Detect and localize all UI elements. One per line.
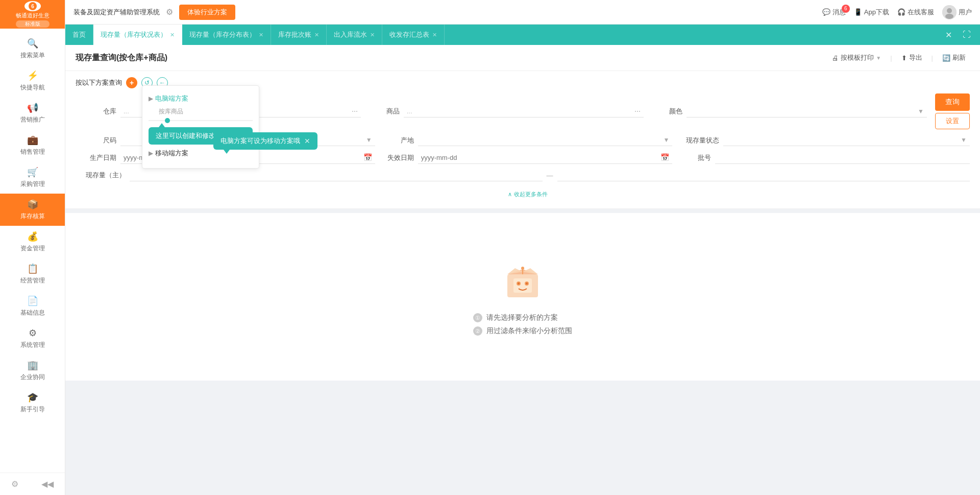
goods-select[interactable]: ... ⋯	[404, 105, 644, 117]
mobile-scheme-arrow: ▶	[149, 150, 153, 157]
color-label: 颜色	[652, 107, 682, 116]
online-support-btn[interactable]: 🎧 在线客服	[897, 8, 934, 17]
page-actions: 🖨 按模板打印 ▼ | ⬆ 导出 | 🔄 刷新	[828, 51, 970, 64]
expire-date-input[interactable]: 📅	[418, 151, 673, 164]
messages-btn[interactable]: 💬 消息 6	[822, 8, 846, 17]
purchase-icon: 🛒	[27, 167, 38, 178]
sidebar-item-inventory[interactable]: 📦 库存核算	[0, 194, 65, 226]
tab-close-stock-status[interactable]: ✕	[170, 32, 175, 38]
tab-batch-ledger[interactable]: 库存批次账 ✕	[271, 25, 327, 45]
stock-main-separator: —	[547, 172, 553, 179]
tooltip1-close-btn[interactable]: ✕	[304, 137, 310, 145]
sidebar-item-quick-nav[interactable]: ⚡ 快捷导航	[0, 65, 65, 97]
query-button[interactable]: 查询	[935, 93, 970, 111]
message-icon: 💬	[822, 8, 830, 16]
sidebar-item-finance[interactable]: 💰 资金管理	[0, 226, 65, 258]
search-menu-icon: 🔍	[27, 38, 38, 49]
color-select[interactable]: ▼	[687, 106, 927, 117]
filter-action-buttons: 查询 设置	[935, 93, 970, 129]
svg-point-10	[526, 282, 528, 285]
warehouse-label: 仓库	[86, 107, 116, 116]
quick-nav-icon: ⚡	[27, 70, 38, 81]
trial-button[interactable]: 体验行业方案	[179, 5, 235, 20]
tab-close-stock-dist[interactable]: ✕	[259, 32, 263, 38]
origin-select[interactable]: ▼	[418, 134, 673, 146]
settings-footer-btn[interactable]: ⚙	[11, 479, 18, 489]
produce-date-calendar-icon[interactable]: 📅	[363, 153, 372, 161]
collapse-sidebar-btn[interactable]: ◀◀	[41, 479, 54, 489]
set-button[interactable]: 设置	[935, 113, 970, 129]
tab-inout-flow[interactable]: 出入库流水 ✕	[327, 25, 382, 45]
scheme-tree-pc[interactable]: ▶ 电脑端方案	[149, 92, 253, 105]
results-area: ① 请先选择要分析的方案 ② 用过滤条件来缩小分析范围	[65, 213, 980, 381]
sidebar-footer: ⚙ ◀◀	[0, 473, 65, 495]
tabs-bar: 首页 现存量（库存状况表） ✕ 现存量（库存分布表） ✕ 库存批次账 ✕ 出入库…	[65, 25, 980, 45]
refresh-btn[interactable]: 🔄 刷新	[938, 51, 970, 64]
stock-main-min[interactable]	[130, 169, 543, 181]
expire-date-field[interactable]	[421, 154, 659, 161]
batch-label: 批号	[680, 153, 711, 162]
topbar-settings-icon[interactable]: ⚙	[166, 7, 173, 17]
tab-stock-dist[interactable]: 现存量（库存分布表） ✕	[182, 25, 271, 45]
filter-row-stock-main: 现存量（主） —	[86, 169, 970, 181]
svg-text:6: 6	[31, 4, 34, 9]
chevron-up-icon: ∧	[508, 191, 512, 198]
operations-icon: 📋	[27, 263, 38, 274]
tab-close-recv-send[interactable]: ✕	[432, 32, 437, 38]
sidebar-item-purchase[interactable]: 🛒 采购管理	[0, 161, 65, 194]
sidebar-item-sales[interactable]: 💼 销售管理	[0, 129, 65, 161]
expire-date-label: 失效日期	[383, 153, 414, 162]
tab-stock-status[interactable]: 现存量（库存状况表） ✕	[93, 25, 182, 45]
guide-icon: 🎓	[27, 392, 38, 403]
stock-status-select[interactable]: ▼	[723, 134, 970, 146]
empty-state-text: ① 请先选择要分析的方案 ② 用过滤条件来缩小分析范围	[473, 313, 572, 340]
color-arrow-icon: ▼	[918, 108, 924, 115]
pc-scheme-arrow: ▶	[149, 95, 153, 102]
svg-point-12	[521, 267, 524, 270]
topbar-right: 💬 消息 6 📱 App下载 🎧 在线客服 用户	[822, 5, 972, 19]
scheme-tree: ▶ 电脑端方案 按库商品 这里可以创建和修改方案哦 ✕	[149, 90, 253, 164]
sales-icon: 💼	[27, 134, 38, 146]
produce-date-label: 生产日期	[86, 153, 116, 162]
filter-row-origin: 产地 ▼	[383, 134, 673, 146]
app-download-btn[interactable]: 📱 App下载	[854, 8, 889, 17]
action-sep-2: |	[932, 54, 933, 62]
filter-row-expire-date: 失效日期 📅	[383, 151, 673, 164]
step2-number: ②	[473, 326, 482, 336]
goods-label: 商品	[369, 107, 400, 116]
filter-add-scheme-btn[interactable]: +	[126, 77, 137, 88]
export-btn[interactable]: ⬆ 导出	[897, 51, 926, 64]
stock-status-arrow-icon: ▼	[961, 136, 967, 144]
content-area: 现存量查询(按仓库+商品) 🖨 按模板打印 ▼ | ⬆ 导出 | 🔄 刷新	[65, 45, 980, 495]
message-badge: 6	[842, 5, 850, 13]
expire-date-calendar-icon[interactable]: 📅	[660, 153, 669, 161]
print-icon: 🖨	[832, 54, 839, 62]
warehouse-more-icon: ⋯	[352, 108, 358, 115]
tab-recv-send[interactable]: 收发存汇总表 ✕	[382, 25, 445, 45]
tab-home[interactable]: 首页	[65, 25, 93, 45]
tab-fullscreen-btn[interactable]: ⛶	[960, 28, 974, 42]
sidebar-nav: 🔍 搜索菜单 ⚡ 快捷导航 📢 营销推广 💼 销售管理 🛒 采购管理 📦 库存核…	[0, 29, 65, 473]
tab-close-all-btn[interactable]: ✕	[941, 28, 955, 42]
tab-close-batch-ledger[interactable]: ✕	[314, 32, 319, 38]
sidebar-item-marketing[interactable]: 📢 营销推广	[0, 97, 65, 129]
batch-input[interactable]	[715, 152, 970, 164]
filter-row-color: 颜色 ▼	[652, 106, 927, 117]
stock-main-max[interactable]	[557, 169, 970, 181]
sidebar-item-system[interactable]: ⚙ 系统管理	[0, 322, 65, 355]
sidebar-item-search-menu[interactable]: 🔍 搜索菜单	[0, 33, 65, 65]
svg-point-9	[518, 282, 520, 285]
sidebar-item-guide[interactable]: 🎓 新手引导	[0, 387, 65, 419]
sidebar-item-operations[interactable]: 📋 经营管理	[0, 258, 65, 290]
sidebar-item-enterprise[interactable]: 🏢 企业协同	[0, 355, 65, 387]
print-btn[interactable]: 🖨 按模板打印 ▼	[828, 51, 885, 64]
collapse-filter-btn[interactable]: ∧ 收起更多条件	[508, 191, 548, 198]
empty-state-icon	[497, 254, 548, 305]
filter-section-label: 按以下方案查询	[76, 78, 122, 87]
size-label: 尺码	[86, 136, 116, 145]
finance-icon: 💰	[27, 231, 38, 242]
tab-close-inout-flow[interactable]: ✕	[370, 32, 375, 38]
user-btn[interactable]: 用户	[942, 5, 972, 19]
sidebar-item-basic-info[interactable]: 📄 基础信息	[0, 290, 65, 322]
marketing-icon: 📢	[27, 102, 38, 113]
